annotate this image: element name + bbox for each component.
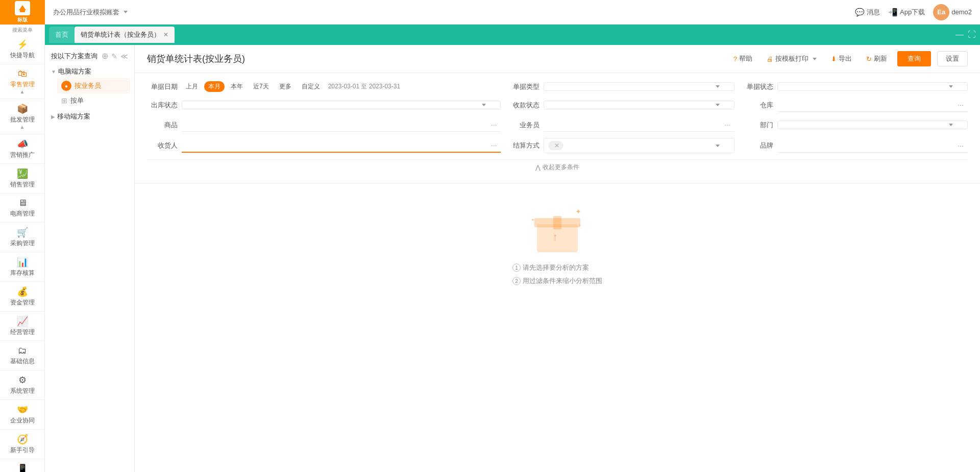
user-menu[interactable]: Ea demo2	[933, 4, 972, 20]
sidebar-item-appcenter[interactable]: 📱 应用中心	[0, 459, 44, 472]
filter-salesman: 业务员 ···	[509, 118, 734, 132]
warehouse-input[interactable]: ···	[777, 98, 968, 112]
status-select[interactable]	[777, 82, 968, 91]
refresh-btn[interactable]: ↻ 刷新	[862, 52, 891, 65]
sidebar-item-basic-label: 基础信息	[10, 357, 35, 366]
goods-input[interactable]: ···	[182, 118, 501, 132]
app-selector-arrow	[124, 11, 128, 13]
tab-sales-stat[interactable]: 销货单统计表（按业务员） ✕	[75, 27, 175, 43]
print-arrow	[813, 58, 817, 60]
tab-maximize-btn[interactable]: ⛶	[968, 30, 976, 39]
date-tab-thismonth[interactable]: 本月	[204, 81, 225, 92]
date-tab-thisyear[interactable]: 本年	[227, 81, 247, 92]
add-scheme-btn[interactable]: ⊕	[102, 51, 108, 61]
sidebar-item-system[interactable]: ⚙ 系统管理	[0, 370, 44, 400]
sidebar-item-marketing[interactable]: 📣 营销推广	[0, 134, 44, 164]
sidebar-item-inventory[interactable]: 📊 库存核算	[0, 252, 44, 282]
filter-area: 单据日期 上月 本月 本年 近7天 更多 自定义 20	[135, 73, 980, 183]
pay-status-select[interactable]	[544, 101, 734, 109]
sidebar-item-ecommerce[interactable]: 🖥 电商管理	[0, 194, 44, 223]
query-button[interactable]: 查询	[897, 51, 931, 66]
settle-tag-close[interactable]: ✕	[554, 142, 559, 149]
tab-minimize-btn[interactable]: —	[955, 30, 964, 39]
sidebar-item-wholesale-label: 批发管理	[10, 115, 35, 124]
dept-label: 部门	[743, 121, 773, 130]
tree-item-by-order[interactable]: ⊞ 按单	[57, 93, 130, 108]
help-label: 帮助	[739, 54, 752, 63]
sidebar-item-sales[interactable]: 💹 销售管理	[0, 164, 44, 194]
help-btn[interactable]: ? 帮助	[729, 52, 756, 65]
date-tab-lastmonth[interactable]: 上月	[182, 81, 202, 92]
setting-button[interactable]: 设置	[937, 51, 968, 66]
settle-select[interactable]: ✕	[544, 138, 734, 153]
mobile-section-label[interactable]: ▶ 移动端方案	[49, 110, 130, 123]
sidebar-item-operation[interactable]: 📈 经营管理	[0, 312, 44, 341]
date-tab-more[interactable]: 更多	[275, 81, 296, 92]
sidebar-item-marketing-label: 营销推广	[10, 151, 35, 159]
msg-button[interactable]: 💬 消息	[855, 8, 880, 17]
dept-control	[777, 121, 968, 129]
out-status-select[interactable]	[182, 101, 501, 109]
app-selector[interactable]: 办公用品行业模拟账套	[53, 8, 128, 17]
empty-step-1: 1 请先选择要分析的方案	[512, 263, 602, 272]
collapse-panel-btn[interactable]: ≪	[120, 52, 128, 60]
sidebar-item-finance[interactable]: 💰 资金管理	[0, 282, 44, 312]
user-avatar: Ea	[933, 4, 949, 20]
operation-icon: 📈	[17, 316, 28, 327]
app-download-button[interactable]: 📲 App下载	[888, 8, 925, 17]
type-select[interactable]	[544, 82, 734, 91]
sidebar-item-purchase-label: 采购管理	[10, 239, 35, 248]
dept-select[interactable]	[777, 121, 968, 129]
date-tab-custom[interactable]: 自定义	[298, 81, 324, 92]
wholesale-expand-icon: ▲	[20, 124, 25, 130]
logo-icon	[15, 1, 30, 15]
app-download-icon: 📲	[888, 8, 898, 17]
retail-icon: 🛍	[18, 68, 27, 79]
sidebar-item-retail-label: 零售管理	[10, 80, 35, 89]
filter-row-4: 收货人 ··· 结算方式	[147, 138, 968, 153]
tab-close-btn[interactable]: ✕	[163, 31, 168, 38]
sidebar-item-quicknav[interactable]: ⚡ 快捷导航	[0, 35, 44, 64]
left-panel-header: 按以下方案查询 ⊕ ✎ ≪	[45, 51, 134, 65]
salesman-dots: ···	[724, 121, 730, 129]
sidebar-item-corp[interactable]: 🤝 企业协同	[0, 400, 44, 430]
filter-receiver: 收货人 ···	[147, 138, 501, 153]
filter-brand: 品牌 ···	[743, 139, 968, 153]
ecommerce-icon: 🖥	[18, 198, 27, 208]
brand-input[interactable]: ···	[777, 139, 968, 153]
sidebar-item-purchase[interactable]: 🛒 采购管理	[0, 223, 44, 252]
export-btn[interactable]: ⬇ 导出	[827, 52, 856, 65]
sidebar-item-system-label: 系统管理	[10, 387, 35, 395]
tree-item-by-salesman[interactable]: ● 按业务员	[57, 78, 130, 93]
filter-row-3: 商品 ··· 业务员	[147, 118, 968, 132]
sidebar-item-retail[interactable]: 🛍 零售管理 ▲	[0, 64, 44, 99]
collapse-bar[interactable]: ⋀ 收起更多条件	[147, 159, 968, 175]
tab-home[interactable]: 首页	[49, 27, 75, 43]
svg-rect-3	[553, 216, 561, 229]
sidebar-item-basic[interactable]: 🗂 基础信息	[0, 341, 44, 370]
date-tab-7days[interactable]: 近7天	[249, 81, 273, 92]
quicknav-icon: ⚡	[17, 39, 28, 50]
app-logo: 标版	[0, 0, 45, 25]
filter-type: 单据类型	[509, 82, 734, 91]
print-btn[interactable]: 🖨 按模板打印	[763, 52, 821, 65]
out-status-arrow	[482, 104, 486, 106]
right-panel: 销货单统计表(按业务员) ? 帮助 🖨 按模板打印 ⬇ 导出	[135, 45, 980, 472]
receiver-input[interactable]: ···	[182, 138, 501, 153]
app-download-label: App下载	[900, 8, 925, 17]
tree-group-desktop-label[interactable]: ▼ 电脑端方案	[49, 65, 130, 78]
salesman-dot: ●	[61, 81, 71, 91]
tree-group-desktop: ▼ 电脑端方案 ● 按业务员 ⊞ 按单	[49, 65, 130, 108]
sidebar-item-newbie[interactable]: 🧭 新手引导	[0, 430, 44, 459]
date-tabs: 上月 本月 本年 近7天 更多 自定义	[182, 81, 324, 92]
main-area: 办公用品行业模拟账套 💬 消息 📲 App下载 Ea demo2 首页	[45, 0, 980, 472]
sidebar-search-label[interactable]: 搜索菜单	[12, 25, 33, 35]
edit-scheme-btn[interactable]: ✎	[111, 52, 117, 60]
left-panel-title: 按以下方案查询	[51, 52, 97, 61]
newbie-icon: 🧭	[17, 434, 28, 445]
tab-sales-stat-label: 销货单统计表（按业务员）	[81, 30, 160, 39]
salesman-input[interactable]: ···	[544, 118, 734, 132]
status-control	[777, 82, 968, 91]
help-icon: ?	[733, 55, 737, 63]
sidebar-item-wholesale[interactable]: 📦 批发管理 ▲	[0, 99, 44, 134]
